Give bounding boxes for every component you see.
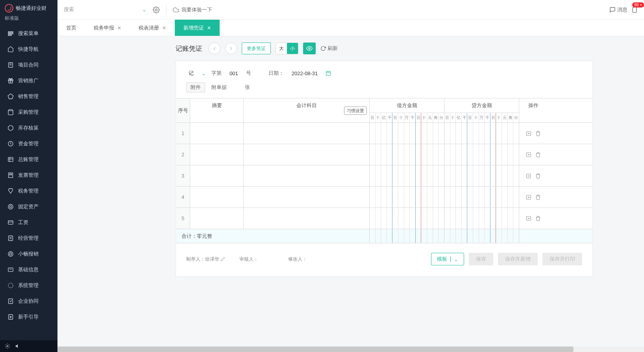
sidebar-item-12[interactable]: 工资 — [0, 215, 57, 230]
amount-digit[interactable] — [444, 123, 450, 144]
amount-digit[interactable] — [508, 187, 514, 207]
sidebar-item-17[interactable]: 企业协同 — [0, 293, 57, 309]
amount-digit[interactable] — [444, 229, 450, 243]
amount-digit[interactable] — [485, 123, 490, 144]
amount-digit[interactable] — [490, 229, 496, 243]
amount-digit[interactable] — [490, 208, 496, 229]
habit-settings-button[interactable]: 习惯设置 — [344, 106, 367, 115]
edit-icon[interactable] — [220, 257, 225, 261]
amount-digit[interactable] — [392, 208, 398, 229]
credit-cell[interactable] — [444, 208, 519, 229]
amount-digit[interactable] — [439, 165, 444, 186]
amount-digit[interactable] — [398, 123, 404, 144]
amount-digit[interactable] — [490, 187, 496, 207]
amount-digit[interactable] — [473, 229, 479, 243]
amount-digit[interactable] — [398, 144, 404, 165]
amount-digit[interactable] — [473, 123, 479, 144]
amount-digit[interactable] — [462, 165, 468, 186]
debit-cell[interactable] — [370, 187, 444, 207]
amount-digit[interactable] — [485, 208, 490, 229]
amount-digit[interactable] — [439, 144, 444, 165]
scroll-thumb[interactable] — [57, 346, 574, 352]
amount-digit[interactable] — [370, 229, 376, 243]
subject-cell[interactable] — [244, 208, 370, 229]
amount-digit[interactable] — [392, 165, 398, 186]
amount-digit[interactable] — [439, 123, 444, 144]
amount-digit[interactable] — [381, 123, 387, 144]
sidebar-item-3[interactable]: 营销推广 — [0, 73, 57, 89]
amount-digit[interactable] — [433, 123, 439, 144]
amount-digit[interactable] — [404, 229, 410, 243]
amount-digit[interactable] — [444, 187, 450, 207]
more-voucher-button[interactable]: 更多凭证 — [242, 43, 271, 54]
sidebar-item-9[interactable]: 发票管理 — [0, 167, 57, 183]
amount-digit[interactable] — [456, 144, 462, 165]
amount-digit[interactable] — [467, 187, 473, 207]
amount-digit[interactable] — [433, 229, 439, 243]
amount-digit[interactable] — [485, 229, 490, 243]
sidebar-item-11[interactable]: 固定资产 — [0, 199, 57, 215]
delete-row-icon[interactable] — [535, 195, 541, 200]
save-button[interactable]: 保存 — [469, 253, 493, 265]
summary-cell[interactable] — [190, 144, 244, 165]
amount-digit[interactable] — [479, 187, 485, 207]
amount-digit[interactable] — [427, 208, 433, 229]
size-big-button[interactable]: 大 — [276, 43, 287, 54]
amount-digit[interactable] — [473, 187, 479, 207]
add-row-icon[interactable] — [526, 131, 531, 136]
experience-link[interactable]: 我要体验一下 — [173, 6, 212, 13]
amount-digit[interactable] — [416, 144, 422, 165]
subject-cell[interactable] — [244, 187, 370, 207]
sidebar-item-15[interactable]: 基础信息 — [0, 262, 57, 278]
credit-cell[interactable] — [444, 123, 519, 144]
amount-digit[interactable] — [450, 144, 456, 165]
voucher-number[interactable]: 001 — [227, 70, 241, 76]
delete-row-icon[interactable] — [535, 216, 541, 221]
amount-digit[interactable] — [479, 208, 485, 229]
summary-cell[interactable] — [190, 123, 244, 144]
summary-cell[interactable] — [190, 187, 244, 207]
debit-cell[interactable] — [370, 123, 444, 144]
credit-cell[interactable] — [444, 187, 519, 207]
amount-digit[interactable] — [485, 165, 490, 186]
close-icon[interactable]: ✕ — [207, 25, 211, 31]
sidebar-item-16[interactable]: 系统管理 — [0, 278, 57, 293]
amount-digit[interactable] — [450, 187, 456, 207]
amount-digit[interactable] — [462, 123, 468, 144]
amount-digit[interactable] — [502, 208, 508, 229]
save-new-button[interactable]: 保存并新增 — [498, 253, 538, 265]
amount-digit[interactable] — [508, 208, 514, 229]
amount-digit[interactable] — [467, 165, 473, 186]
amount-digit[interactable] — [444, 144, 450, 165]
amount-digit[interactable] — [376, 187, 381, 207]
amount-digit[interactable] — [508, 123, 514, 144]
debit-cell[interactable] — [370, 165, 444, 186]
add-row-icon[interactable] — [526, 216, 531, 221]
amount-digit[interactable] — [410, 144, 416, 165]
amount-digit[interactable] — [513, 123, 519, 144]
amount-digit[interactable] — [462, 229, 468, 243]
amount-digit[interactable] — [410, 229, 416, 243]
size-small-button[interactable]: 小 — [287, 43, 298, 54]
amount-digit[interactable] — [410, 165, 416, 186]
sidebar-item-2[interactable]: 项目合同 — [0, 57, 57, 73]
amount-digit[interactable] — [485, 187, 490, 207]
sidebar-item-10[interactable]: 税务管理 — [0, 183, 57, 199]
amount-digit[interactable] — [502, 123, 508, 144]
amount-digit[interactable] — [513, 229, 519, 243]
amount-digit[interactable] — [387, 144, 393, 165]
amount-digit[interactable] — [381, 208, 387, 229]
tab-0[interactable]: 首页 — [57, 20, 85, 36]
subject-cell[interactable] — [244, 144, 370, 165]
chevron-down-icon[interactable]: ⌄ — [202, 70, 206, 76]
amount-digit[interactable] — [398, 165, 404, 186]
amount-digit[interactable] — [387, 187, 393, 207]
amount-digit[interactable] — [496, 208, 502, 229]
amount-digit[interactable] — [398, 229, 404, 243]
amount-digit[interactable] — [502, 187, 508, 207]
summary-cell[interactable] — [190, 208, 244, 229]
amount-digit[interactable] — [427, 229, 433, 243]
credit-cell[interactable] — [444, 144, 519, 165]
amount-digit[interactable] — [467, 144, 473, 165]
amount-digit[interactable] — [496, 123, 502, 144]
